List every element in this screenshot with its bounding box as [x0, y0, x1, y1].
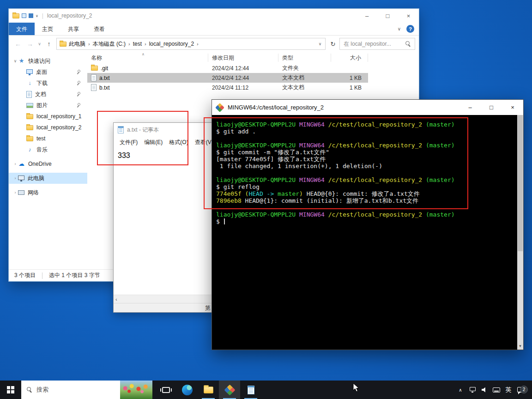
search-icon [27, 387, 32, 393]
ribbon-tab-3[interactable]: 共享 [60, 23, 86, 35]
file-list: .git2024/2/4 12:44文件夹a.txt2024/2/4 12:44… [87, 63, 419, 92]
menu-item-1[interactable]: 文件(F) [116, 139, 141, 146]
quick-access-icon-1[interactable] [22, 13, 26, 18]
task-view-button[interactable] [155, 381, 176, 399]
sidebar-item[interactable]: local_repository_1 [9, 111, 87, 122]
edge-button[interactable] [176, 381, 198, 399]
sidebar-item[interactable]: ↓下载 [9, 78, 87, 89]
terminal-body[interactable]: liaojy@DESKTOP-QMPPL2U MINGW64 /c/test/l… [212, 115, 523, 350]
column-header[interactable]: 类型 [278, 54, 331, 62]
text-file-icon [91, 74, 97, 81]
history-dropdown-icon[interactable]: ∨ [36, 38, 42, 50]
sidebar-item[interactable]: 桌面 [9, 66, 87, 78]
notification-badge: 2 [520, 386, 528, 393]
scrollbar-thumb[interactable] [518, 115, 523, 251]
notepad-button[interactable] [240, 381, 261, 399]
ime-indicator[interactable]: 英 [502, 381, 514, 399]
sidebar-item-label: 音乐 [36, 146, 48, 154]
explorer-button[interactable] [198, 381, 219, 399]
column-header[interactable]: 修改日期 [208, 54, 278, 62]
pc-status-button[interactable] [466, 381, 478, 399]
terminal-text: /c/test/local_repository_2 [328, 121, 426, 128]
menu-item-2[interactable]: 编辑(E) [141, 139, 166, 146]
sidebar-item-label: 快速访问 [28, 57, 50, 65]
file-date: 2024/2/4 12:44 [208, 73, 278, 83]
sidebar-item[interactable]: ›网络 [9, 187, 87, 198]
network-icon [18, 190, 24, 195]
sidebar-item[interactable]: local_repository_2 [9, 122, 87, 133]
sidebar-item-label: OneDrive [28, 161, 52, 167]
ribbon-tab-2[interactable]: 主页 [35, 23, 60, 35]
address-dropdown-icon[interactable]: ∨ [316, 42, 324, 46]
selection-info: 选中 1 个项目 3 字节 [49, 272, 100, 279]
touch-keyboard-button[interactable] [490, 381, 502, 399]
terminal-text: (master) [426, 211, 455, 218]
back-button[interactable]: ← [12, 38, 24, 50]
terminal-text: 774e05f [216, 190, 242, 197]
terminal-scrollbar[interactable]: ▼ [517, 115, 523, 350]
explorer-titlebar[interactable]: ∨ | local_repository_2 – □ × [9, 9, 419, 23]
file-row[interactable]: a.txt2024/2/4 12:44文本文档1 KB [87, 73, 368, 83]
volume-button[interactable] [478, 381, 490, 399]
minimize-button[interactable]: – [357, 9, 377, 23]
forward-button[interactable]: → [24, 38, 36, 50]
terminal-line: liaojy@DESKTOP-QMPPL2U MINGW64 /c/test/l… [216, 176, 513, 183]
refresh-button[interactable]: ↻ [327, 41, 339, 48]
sidebar-item[interactable]: ♪音乐 [9, 144, 87, 155]
column-header[interactable]: 名称∧ [87, 54, 208, 62]
chevron-down-icon[interactable]: ∨ [36, 14, 38, 18]
breadcrumb-item[interactable]: local_repository_2 [147, 41, 196, 47]
maximize-button[interactable]: □ [481, 100, 502, 115]
sidebar-item[interactable]: ›此电脑 [9, 173, 87, 184]
search-placeholder: 搜索 [36, 386, 48, 394]
terminal-text: $ [216, 218, 224, 225]
start-button[interactable] [0, 381, 21, 399]
folder-icon [26, 136, 33, 141]
terminal-line: 774e05f (HEAD -> master) HEAD@{0}: commi… [216, 190, 513, 197]
close-button[interactable]: × [502, 100, 523, 115]
search-input[interactable]: 在 local_repositor... [344, 40, 403, 48]
ribbon-collapse-icon[interactable]: ∨ [398, 26, 401, 31]
file-row[interactable]: b.txt2024/2/4 11:12文本文档1 KB [87, 83, 368, 92]
tray-expand-button[interactable]: ∧ [454, 381, 466, 399]
breadcrumb: 此电脑›本地磁盘 (C:)›test›local_repository_2› [66, 40, 199, 48]
close-button[interactable]: × [398, 9, 419, 23]
maximize-button[interactable]: □ [377, 9, 398, 23]
sidebar-item[interactable]: 图片 [9, 100, 87, 111]
address-box[interactable]: 此电脑›本地磁盘 (C:)›test›local_repository_2› ∨ [56, 38, 326, 50]
terminal-line [216, 135, 513, 142]
scroll-down-icon[interactable]: ▼ [517, 343, 523, 350]
taskbar-search[interactable]: 搜索 [21, 381, 152, 399]
ribbon-tab-4[interactable]: 查看 [86, 23, 112, 35]
menu-item-3[interactable]: 格式(O) [166, 139, 191, 146]
quick-access-icon-2[interactable] [29, 13, 33, 18]
windows-logo-icon [7, 386, 14, 393]
desktop-icon [26, 69, 33, 74]
terminal-line: liaojy@DESKTOP-QMPPL2U MINGW64 /c/test/l… [216, 211, 513, 218]
widget-image[interactable] [120, 381, 152, 399]
action-center-button[interactable]: 2 [514, 381, 526, 399]
sidebar-item[interactable]: test [9, 133, 87, 144]
folder-icon [26, 125, 33, 130]
scroll-left-icon[interactable]: ‹ [115, 296, 117, 302]
chevron-right-icon: › [196, 41, 199, 47]
up-button[interactable]: ↑ [43, 38, 54, 50]
sidebar-item[interactable]: 文档 [9, 89, 87, 100]
sidebar-item[interactable]: ∨★快速访问 [9, 55, 87, 66]
terminal-titlebar[interactable]: MINGW64:/c/test/local_repository_2 – □ × [212, 100, 523, 115]
breadcrumb-item[interactable]: 此电脑 [66, 40, 88, 48]
git-bash-button[interactable] [219, 381, 240, 399]
location-folder-icon [60, 42, 66, 47]
chevron-icon: ∨ [12, 59, 18, 63]
minimize-button[interactable]: – [459, 100, 481, 115]
breadcrumb-item[interactable]: 本地磁盘 (C:) [91, 40, 128, 48]
sidebar-item[interactable]: ›☁OneDrive [9, 158, 87, 169]
ribbon-tab-1[interactable]: 文件 [9, 23, 35, 35]
file-row[interactable]: .git2024/2/4 12:44文件夹 [87, 63, 368, 73]
breadcrumb-item[interactable]: test [131, 41, 144, 47]
search-box[interactable]: 在 local_repositor... [339, 38, 415, 50]
help-button[interactable]: ? [406, 25, 414, 33]
terminal-text: liaojy@DESKTOP-QMPPL2U [216, 211, 299, 218]
terminal-text: /c/test/local_repository_2 [328, 211, 426, 218]
column-header[interactable]: 大小 [331, 54, 368, 62]
